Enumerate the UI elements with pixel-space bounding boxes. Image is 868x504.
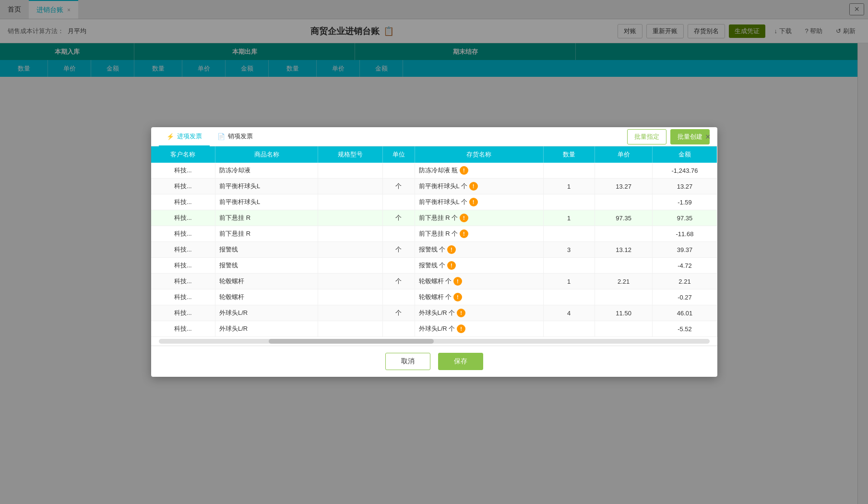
tab-sales-icon: 📄 [217,133,225,140]
modal-tabs: ⚡ 进项发票 📄 销项发票 批量指定 批量创建 × [151,127,717,146]
cell-qty [543,258,595,274]
cell-product: 报警线 [215,242,318,258]
warn-icon: ! [453,277,462,286]
cell-price [595,289,653,305]
save-button[interactable]: 保存 [438,353,483,370]
modal-tab-actions: 批量指定 批量创建 [627,129,710,144]
cell-inventory: 外球头L/R 个 ! [415,305,543,321]
cell-unit [382,289,415,305]
cell-unit [382,163,415,179]
cell-unit [382,258,415,274]
cell-customer: 科技... [151,163,215,179]
cell-inventory: 轮毂螺杆 个 ! [415,274,543,289]
cell-unit [382,194,415,210]
cell-customer: 科技... [151,289,215,305]
warn-icon: ! [457,324,465,333]
warn-icon: ! [453,293,462,301]
table-row: 科技... 外球头L/R 个 外球头L/R 个 ! 4 11.50 46.01 [151,305,717,321]
cell-unit [382,226,415,242]
cell-inventory: 外球头L/R 个 ! [415,321,543,337]
cell-spec [318,274,382,289]
warn-icon: ! [447,261,456,270]
table-row: 科技... 防冻冷却液 防冻冷却液 瓶 ! -1,243.76 [151,163,717,179]
table-row: 科技... 前平衡杆球头L 个 前平衡杆球头L 个 ! 1 13.27 13.2… [151,179,717,194]
cell-inventory: 前平衡杆球头L 个 ! [415,194,543,210]
cell-spec [318,179,382,194]
th-product: 商品名称 [215,146,318,163]
cell-spec [318,210,382,226]
cell-amount: -5.52 [653,321,717,337]
cell-amount: 13.27 [653,179,717,194]
warn-icon: ! [447,245,456,254]
cell-qty [543,321,595,337]
table-row: 科技... 报警线 个 报警线 个 ! 3 13.12 39.37 [151,242,717,258]
cell-amount: 2.21 [653,274,717,289]
cell-spec [318,258,382,274]
cell-product: 轮毂螺杆 [215,274,318,289]
table-row: 科技... 前平衡杆球头L 前平衡杆球头L 个 ! -1.59 [151,194,717,210]
invoice-table: 客户名称 商品名称 规格型号 单位 存货名称 数量 单价 金额 科技... 防冻… [151,146,717,337]
cell-product: 外球头L/R [215,321,318,337]
cell-product: 防冻冷却液 [215,163,318,179]
cell-price: 13.27 [595,179,653,194]
batch-create-button[interactable]: 批量创建 [670,129,710,144]
th-amount: 金额 [653,146,717,163]
cell-inventory: 前平衡杆球头L 个 ! [415,179,543,194]
modal-footer: 取消 保存 [151,346,717,377]
modal-close-button[interactable]: × [705,132,711,142]
cell-amount: -11.68 [653,226,717,242]
cell-unit: 个 [382,305,415,321]
cell-qty [543,226,595,242]
table-row: 科技... 轮毂螺杆 个 轮毂螺杆 个 ! 1 2.21 2.21 [151,274,717,289]
scrollbar-thumb [269,339,434,344]
cancel-button[interactable]: 取消 [385,353,430,370]
cell-customer: 科技... [151,321,215,337]
table-row: 科技... 报警线 报警线 个 ! -4.72 [151,258,717,274]
cell-price [595,194,653,210]
cell-product: 前下悬挂 R [215,210,318,226]
cell-price: 11.50 [595,305,653,321]
cell-product: 前下悬挂 R [215,226,318,242]
cell-qty: 4 [543,305,595,321]
cell-product: 轮毂螺杆 [215,289,318,305]
cell-spec [318,194,382,210]
cell-price [595,258,653,274]
cell-customer: 科技... [151,226,215,242]
cell-qty: 1 [543,179,595,194]
warn-icon: ! [457,309,465,317]
cell-unit: 个 [382,179,415,194]
warn-icon: ! [460,229,468,238]
tab-purchase-label: 进项发票 [177,132,202,141]
cell-spec [318,305,382,321]
table-row: 科技... 轮毂螺杆 轮毂螺杆 个 ! -0.27 [151,289,717,305]
table-body: 科技... 防冻冷却液 防冻冷却液 瓶 ! -1,243.76 科技... 前平… [151,163,717,337]
horizontal-scrollbar[interactable] [159,339,710,344]
cell-qty [543,289,595,305]
cell-product: 报警线 [215,258,318,274]
modal-table-wrap[interactable]: 客户名称 商品名称 规格型号 单位 存货名称 数量 单价 金额 科技... 防冻… [151,146,717,337]
tab-purchase-icon: ⚡ [166,133,174,140]
warn-icon: ! [469,182,478,191]
th-unit: 单位 [382,146,415,163]
cell-customer: 科技... [151,258,215,274]
cell-product: 外球头L/R [215,305,318,321]
warn-icon: ! [460,166,468,175]
cell-price: 13.12 [595,242,653,258]
cell-price: 97.35 [595,210,653,226]
th-price: 单价 [595,146,653,163]
cell-qty [543,163,595,179]
cell-product: 前平衡杆球头L [215,194,318,210]
tab-purchase-invoice[interactable]: ⚡ 进项发票 [159,127,210,146]
batch-assign-button[interactable]: 批量指定 [627,129,666,144]
cell-qty [543,194,595,210]
cell-customer: 科技... [151,210,215,226]
cell-price [595,226,653,242]
table-row: 科技... 前下悬挂 R 个 前下悬挂 R 个 ! 1 97.35 97.35 [151,210,717,226]
cell-inventory: 前下悬挂 R 个 ! [415,226,543,242]
th-customer: 客户名称 [151,146,215,163]
cell-amount: 46.01 [653,305,717,321]
th-qty: 数量 [543,146,595,163]
table-header-row: 客户名称 商品名称 规格型号 单位 存货名称 数量 单价 金额 [151,146,717,163]
tab-sales-invoice[interactable]: 📄 销项发票 [210,127,261,146]
cell-unit: 个 [382,242,415,258]
